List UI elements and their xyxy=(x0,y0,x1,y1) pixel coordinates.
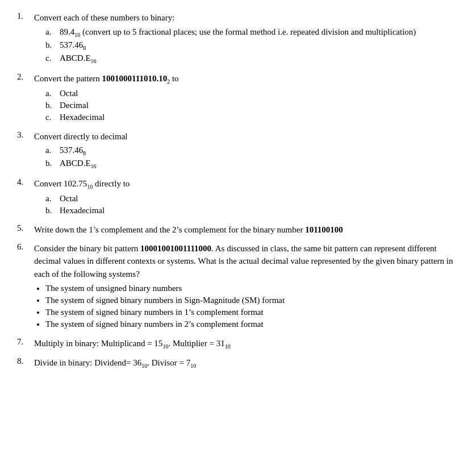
question-item-5: 5.Write down the 1’s complement and the … xyxy=(17,223,459,236)
question-item-8: 8.Divide in binary: Dividend= 3610. Divi… xyxy=(17,356,459,370)
sub-content-4-2: Hexadecimal xyxy=(60,206,459,215)
question-content-7: Multiply in binary: Multiplicand = 1510.… xyxy=(34,337,459,351)
question-text-6: Consider the binary bit pattern 10001001… xyxy=(34,242,459,281)
sub-list-3: a.537.468b.ABCD.E16 xyxy=(34,146,459,169)
question-number-2: 2. xyxy=(17,72,34,124)
question-item-2: 2.Convert the pattern 1001000111010.102 … xyxy=(17,72,459,124)
question-item-3: 3.Convert directly to decimala.537.468b.… xyxy=(17,130,459,172)
question-content-1: Convert each of these numbers to binary:… xyxy=(34,11,459,67)
question-text-7: Multiply in binary: Multiplicand = 1510.… xyxy=(34,337,459,351)
question-text-4: Convert 102.7510 directly to xyxy=(34,177,459,191)
question-item-4: 4.Convert 102.7510 directly toa.Octalb.H… xyxy=(17,177,459,218)
question-number-6: 6. xyxy=(17,242,34,332)
question-number-7: 7. xyxy=(17,337,34,351)
bullet-item-6-1: The system of unsigned binary numbers xyxy=(45,284,459,293)
sub-label-1-2: b. xyxy=(45,40,60,51)
question-text-2: Convert the pattern 1001000111010.102 to xyxy=(34,72,459,86)
question-item-7: 7.Multiply in binary: Multiplicand = 151… xyxy=(17,337,459,351)
sub-item-1-3: c.ABCD.E16 xyxy=(34,53,459,64)
question-text-8: Divide in binary: Dividend= 3610. Diviso… xyxy=(34,356,459,370)
sub-content-3-1: 537.468 xyxy=(60,146,459,156)
sub-content-2-3: Hexadecimal xyxy=(60,113,459,122)
question-number-5: 5. xyxy=(17,223,34,236)
sub-item-3-2: b.ABCD.E16 xyxy=(34,159,459,169)
sub-item-4-1: a.Octal xyxy=(34,194,459,203)
question-content-5: Write down the 1’s complement and the 2’… xyxy=(34,223,459,236)
sub-label-2-2: b. xyxy=(45,101,60,110)
question-content-4: Convert 102.7510 directly toa.Octalb.Hex… xyxy=(34,177,459,218)
sub-content-2-2: Decimal xyxy=(60,101,459,110)
sub-item-4-2: b.Hexadecimal xyxy=(34,206,459,215)
sub-content-2-1: Octal xyxy=(60,89,459,98)
question-text-1: Convert each of these numbers to binary: xyxy=(34,11,459,24)
sub-label-3-1: a. xyxy=(45,146,60,156)
sub-label-2-1: a. xyxy=(45,89,60,98)
sub-item-2-2: b.Decimal xyxy=(34,101,459,110)
sub-item-1-1: a.89.410 (convert up to 5 fractional pla… xyxy=(34,27,459,38)
question-number-8: 8. xyxy=(17,356,34,370)
sub-item-1-2: b.537.468 xyxy=(34,40,459,51)
sub-list-4: a.Octalb.Hexadecimal xyxy=(34,194,459,215)
sub-content-1-1: 89.410 (convert up to 5 fractional place… xyxy=(60,27,459,38)
sub-content-4-1: Octal xyxy=(60,194,459,203)
sub-label-4-1: a. xyxy=(45,194,60,203)
question-item-1: 1.Convert each of these numbers to binar… xyxy=(17,11,459,67)
question-content-8: Divide in binary: Dividend= 3610. Diviso… xyxy=(34,356,459,370)
sub-content-1-3: ABCD.E16 xyxy=(60,53,459,64)
question-text-5: Write down the 1’s complement and the 2’… xyxy=(34,223,459,236)
sub-item-2-1: a.Octal xyxy=(34,89,459,98)
question-content-3: Convert directly to decimala.537.468b.AB… xyxy=(34,130,459,172)
bullet-list-6: The system of unsigned binary numbersThe… xyxy=(45,284,459,329)
bullet-item-6-2: The system of signed binary numbers in S… xyxy=(45,296,459,305)
question-number-1: 1. xyxy=(17,11,34,67)
sub-label-1-3: c. xyxy=(45,53,60,64)
sub-label-2-3: c. xyxy=(45,113,60,122)
sub-item-2-3: c.Hexadecimal xyxy=(34,113,459,122)
sub-label-3-2: b. xyxy=(45,159,60,169)
bullet-item-6-3: The system of signed binary numbers in 1… xyxy=(45,308,459,317)
sub-label-4-2: b. xyxy=(45,206,60,215)
sub-content-1-2: 537.468 xyxy=(60,40,459,51)
question-text-3: Convert directly to decimal xyxy=(34,130,459,143)
sub-list-1: a.89.410 (convert up to 5 fractional pla… xyxy=(34,27,459,64)
bullet-item-6-4: The system of signed binary numbers in 2… xyxy=(45,319,459,329)
question-number-3: 3. xyxy=(17,130,34,172)
sub-content-3-2: ABCD.E16 xyxy=(60,159,459,169)
question-item-6: 6.Consider the binary bit pattern 100010… xyxy=(17,242,459,332)
sub-item-3-1: a.537.468 xyxy=(34,146,459,156)
question-number-4: 4. xyxy=(17,177,34,218)
question-content-2: Convert the pattern 1001000111010.102 to… xyxy=(34,72,459,124)
main-question-list: 1.Convert each of these numbers to binar… xyxy=(17,11,459,370)
sub-list-2: a.Octalb.Decimalc.Hexadecimal xyxy=(34,89,459,122)
sub-label-1-1: a. xyxy=(45,27,60,38)
question-content-6: Consider the binary bit pattern 10001001… xyxy=(34,242,459,332)
